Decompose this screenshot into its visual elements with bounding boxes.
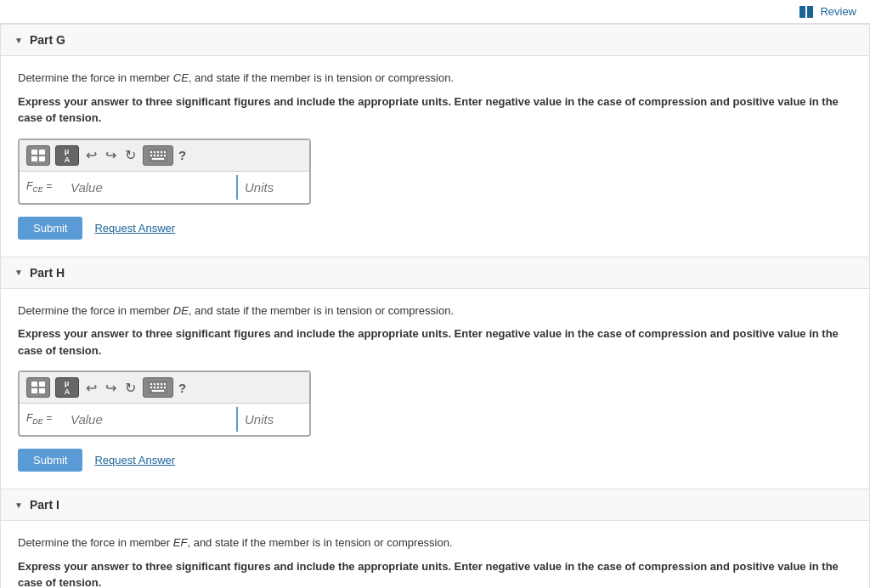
- svg-rect-25: [164, 383, 166, 385]
- svg-rect-18: [31, 388, 37, 393]
- svg-rect-3: [39, 156, 45, 161]
- request-answer-link[interactable]: Request Answer: [94, 454, 175, 466]
- keyboard-button[interactable]: [143, 377, 173, 398]
- svg-rect-23: [157, 383, 159, 385]
- problem-instructions: Express your answer to three significant…: [18, 558, 852, 589]
- svg-rect-13: [161, 155, 162, 156]
- section-body-part-g: Determine the force in member CE, and st…: [1, 56, 869, 257]
- section-body-part-i: Determine the force in member EF, and st…: [1, 521, 869, 588]
- input-label: FDE =: [26, 412, 60, 426]
- collapse-arrow-icon: ▼: [14, 500, 23, 510]
- units-input[interactable]: [236, 175, 330, 200]
- toolbar: μA↩↪↻ ?: [20, 372, 309, 404]
- svg-rect-12: [157, 155, 159, 156]
- actions-row: SubmitRequest Answer: [18, 449, 852, 472]
- section-part-i: ▼Part IDetermine the force in member EF,…: [0, 489, 870, 588]
- input-row: FDE =: [20, 404, 309, 435]
- svg-rect-26: [150, 387, 152, 388]
- svg-rect-14: [164, 155, 166, 156]
- units-input[interactable]: [236, 407, 330, 432]
- svg-rect-6: [154, 151, 155, 153]
- review-link[interactable]: Review: [799, 5, 856, 18]
- section-title-part-i: Part I: [30, 498, 59, 512]
- value-input[interactable]: [67, 175, 236, 200]
- undo-button[interactable]: ↩: [84, 380, 99, 396]
- svg-rect-5: [150, 151, 152, 153]
- problem-instructions: Express your answer to three significant…: [18, 93, 852, 127]
- sections-container: ▼Part GDetermine the force in member CE,…: [0, 24, 870, 588]
- section-body-part-h: Determine the force in member DE, and st…: [1, 289, 869, 489]
- svg-rect-2: [31, 156, 37, 161]
- keyboard-button[interactable]: [143, 145, 173, 166]
- svg-rect-29: [161, 387, 162, 388]
- undo-button[interactable]: ↩: [84, 147, 99, 163]
- problem-text: Determine the force in member CE, and st…: [18, 70, 852, 87]
- svg-rect-15: [152, 158, 164, 160]
- help-button[interactable]: ?: [178, 148, 186, 162]
- top-bar: Review: [0, 0, 870, 24]
- collapse-arrow-icon: ▼: [14, 36, 23, 45]
- help-button[interactable]: ?: [178, 381, 186, 395]
- submit-button[interactable]: Submit: [18, 449, 82, 472]
- svg-rect-9: [164, 151, 166, 153]
- tool-btn-1[interactable]: [26, 145, 50, 166]
- svg-rect-27: [154, 387, 155, 388]
- value-input[interactable]: [67, 407, 236, 432]
- svg-rect-21: [150, 383, 152, 385]
- section-header-part-g[interactable]: ▼Part G: [1, 25, 869, 56]
- svg-rect-8: [161, 151, 162, 153]
- section-part-g: ▼Part GDetermine the force in member CE,…: [0, 24, 870, 257]
- svg-rect-16: [31, 382, 37, 387]
- svg-rect-1: [39, 150, 45, 155]
- tool-btn-2[interactable]: μA: [55, 377, 79, 398]
- toolbar: μA↩↪↻ ?: [20, 140, 309, 172]
- svg-rect-7: [157, 151, 159, 153]
- svg-rect-30: [164, 387, 166, 388]
- svg-rect-0: [31, 150, 37, 155]
- collapse-arrow-icon: ▼: [14, 268, 23, 277]
- redo-button[interactable]: ↪: [104, 380, 118, 396]
- section-header-part-i[interactable]: ▼Part I: [1, 489, 869, 521]
- actions-row: SubmitRequest Answer: [18, 217, 852, 240]
- review-icon: [799, 6, 815, 18]
- svg-rect-19: [39, 388, 45, 393]
- svg-rect-11: [154, 155, 155, 156]
- section-header-part-h[interactable]: ▼Part H: [1, 257, 869, 289]
- answer-input-box: μA↩↪↻ ?FCE =: [18, 139, 311, 205]
- problem-instructions: Express your answer to three significant…: [18, 325, 852, 359]
- svg-rect-28: [157, 387, 159, 388]
- reload-button[interactable]: ↻: [123, 380, 138, 396]
- tool-btn-2[interactable]: μA: [55, 145, 79, 166]
- svg-rect-17: [39, 382, 45, 387]
- answer-input-box: μA↩↪↻ ?FDE =: [18, 370, 311, 437]
- problem-text: Determine the force in member DE, and st…: [18, 302, 852, 319]
- review-label: Review: [820, 5, 856, 18]
- request-answer-link[interactable]: Request Answer: [94, 222, 175, 235]
- svg-rect-22: [154, 383, 155, 385]
- submit-button[interactable]: Submit: [18, 217, 82, 240]
- svg-rect-10: [150, 155, 152, 156]
- tool-btn-1[interactable]: [26, 377, 50, 398]
- problem-text: Determine the force in member EF, and st…: [18, 534, 852, 551]
- svg-rect-24: [161, 383, 162, 385]
- svg-rect-31: [152, 390, 164, 392]
- reload-button[interactable]: ↻: [123, 147, 138, 163]
- redo-button[interactable]: ↪: [104, 147, 118, 163]
- section-title-part-h: Part H: [30, 266, 65, 280]
- section-title-part-g: Part G: [30, 33, 65, 47]
- input-label: FCE =: [26, 180, 60, 194]
- section-part-h: ▼Part HDetermine the force in member DE,…: [0, 257, 870, 489]
- input-row: FCE =: [20, 172, 309, 203]
